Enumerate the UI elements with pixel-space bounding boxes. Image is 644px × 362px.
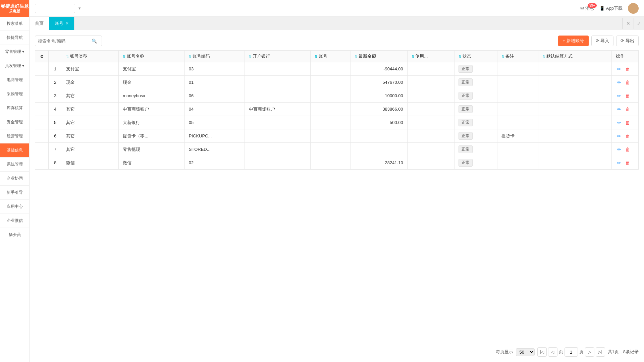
tab-home[interactable]: 首页 (30, 17, 49, 30)
sidebar-item-purchase-mgmt[interactable]: 采购管理 (0, 87, 29, 101)
app-download-button[interactable]: 📱 App下载 (599, 5, 623, 11)
sidebar-item-basic-info[interactable]: 基础信息 (0, 143, 29, 158)
sidebar-item-ecommerce-mgmt[interactable]: 电商管理 (0, 73, 29, 87)
add-account-button[interactable]: + 新增账号 (558, 36, 589, 46)
row-settings (35, 103, 49, 116)
tab-account[interactable]: 账号 ✕ (49, 17, 74, 30)
edit-button[interactable]: ✏ (616, 133, 623, 139)
row-latest-balance (351, 143, 407, 156)
row-status: 正常 (454, 143, 497, 156)
col-bank[interactable]: ⇅ 开户银行 (245, 51, 311, 62)
sidebar-item-member[interactable]: 畅会员 (0, 228, 29, 242)
col-status[interactable]: ⇅ 状态 (454, 51, 497, 62)
row-status: 正常 (454, 156, 497, 170)
row-usage (407, 129, 454, 143)
col-latest-balance[interactable]: ⇅ 最新余额 (351, 51, 407, 62)
delete-button[interactable]: 🗑 (624, 120, 631, 125)
sidebar-item-inventory[interactable]: 库存核算 (0, 101, 29, 115)
row-bank (245, 129, 311, 143)
toolbar-right: + 新增账号 ⟳ 导入 ⟳ 导出 (558, 36, 639, 46)
edit-button[interactable]: ✏ (616, 80, 623, 85)
sidebar-item-enterprise-wechat[interactable]: 企业微信 (0, 214, 29, 228)
sidebar-item-wholesale-mgmt[interactable]: 批发管理 ▾ (0, 59, 29, 73)
sidebar-item-quick-nav[interactable]: 快捷导航 (0, 31, 29, 45)
page-input[interactable] (565, 347, 578, 357)
messages-button[interactable]: ✉ 消息 99+ (580, 5, 594, 11)
row-account-type: 其它 (62, 143, 119, 156)
sidebar-item-app-center[interactable]: 应用中心 (0, 200, 29, 214)
col-account-name[interactable]: ⇅ 账号名称 (119, 51, 185, 62)
row-account-no (311, 143, 351, 156)
sidebar-item-search-menu[interactable]: 搜索菜单 (0, 17, 29, 31)
sidebar: 畅捷通好生意 乐惠版 搜索菜单快捷导航零售管理 ▾批发管理 ▾电商管理采购管理库… (0, 0, 30, 362)
col-account-no[interactable]: ⇅ 账号 (311, 51, 351, 62)
next-page-button[interactable]: ▷ (585, 347, 594, 357)
row-account-code: PICKUPC... (184, 129, 245, 143)
sidebar-item-new-guide[interactable]: 新手引导 (0, 186, 29, 200)
col-settings[interactable]: ⚙ (35, 51, 49, 62)
maximize-button[interactable]: ⤢ (633, 18, 644, 29)
edit-button[interactable]: ✏ (616, 93, 623, 99)
row-account-type: 支付宝 (62, 62, 119, 76)
row-usage (407, 62, 454, 76)
delete-button[interactable]: 🗑 (624, 133, 631, 139)
row-actions: ✏ 🗑 (612, 143, 639, 156)
col-default-settlement[interactable]: ⇅ 默认结算方式 (538, 51, 612, 62)
row-account-name: 支付宝 (119, 62, 185, 76)
edit-button[interactable]: ✏ (616, 107, 623, 112)
avatar[interactable] (628, 3, 639, 14)
export-button[interactable]: ⟳ 导出 (616, 36, 639, 46)
per-page-select[interactable]: 50 20 100 (516, 348, 535, 356)
sidebar-item-retail-mgmt[interactable]: 零售管理 ▾ (0, 45, 29, 59)
row-notes (497, 143, 538, 156)
edit-button[interactable]: ✏ (616, 120, 623, 125)
download-icon: 📱 (599, 6, 605, 11)
delete-button[interactable]: 🗑 (624, 93, 631, 99)
delete-button[interactable]: 🗑 (624, 160, 631, 166)
row-latest-balance: 500.00 (351, 116, 407, 129)
header-right: ✉ 消息 99+ 📱 App下载 (580, 3, 639, 14)
row-default-settlement (538, 76, 612, 89)
row-notes (497, 156, 538, 170)
col-account-code[interactable]: ⇅ 账号编码 (184, 51, 245, 62)
edit-button[interactable]: ✏ (616, 147, 623, 152)
sidebar-item-system-mgmt[interactable]: 系统管理 (0, 158, 29, 172)
edit-button[interactable]: ✏ (616, 66, 623, 72)
prev-page-button[interactable]: ◁ (548, 347, 557, 357)
page-label: 页 (559, 349, 563, 355)
col-account-type[interactable]: ⇅ 账号类型 (62, 51, 119, 62)
row-account-code: 03 (184, 62, 245, 76)
col-notes[interactable]: ⇅ 备注 (497, 51, 538, 62)
row-bank (245, 116, 311, 129)
app-download-label: App下载 (606, 5, 623, 11)
search-icon[interactable]: 🔍 (92, 39, 97, 44)
header-left: ▾ (35, 4, 81, 13)
row-bank (245, 76, 311, 89)
last-page-button[interactable]: ▷| (596, 347, 605, 357)
table-header-row: ⚙ ⇅ 账号类型 ⇅ 账号名称 ⇅ 账号编码 ⇅ 开户银行 ⇅ 账号 ⇅ 最新余… (35, 51, 639, 62)
table-row: 6 其它 提货卡（零... PICKUPC... 正常 提货卡 ✏ 🗑 (35, 129, 639, 143)
edit-button[interactable]: ✏ (616, 160, 623, 166)
delete-button[interactable]: 🗑 (624, 107, 631, 112)
tab-close-icon[interactable]: ✕ (65, 21, 69, 26)
col-usage[interactable]: ⇅ 使用... (407, 51, 454, 62)
row-actions: ✏ 🗑 (612, 129, 639, 143)
dropdown-arrow[interactable]: ▾ (78, 6, 81, 11)
row-notes (497, 103, 538, 116)
delete-button[interactable]: 🗑 (624, 147, 631, 152)
sidebar-item-operations-mgmt[interactable]: 经营管理 (0, 129, 29, 143)
sidebar-item-enterprise-agreement[interactable]: 企业协同 (0, 172, 29, 186)
close-tab-button[interactable]: ✕ (623, 18, 633, 29)
import-button[interactable]: ⟳ 导入 (591, 36, 614, 46)
sidebar-item-capital-mgmt[interactable]: 资金管理 (0, 115, 29, 129)
first-page-button[interactable]: |◁ (537, 347, 547, 357)
row-settings (35, 89, 49, 103)
row-account-name: 大新银行 (119, 116, 185, 129)
top-search-input[interactable] (35, 4, 75, 13)
row-num: 2 (49, 76, 62, 89)
search-input[interactable] (38, 39, 92, 44)
row-account-code: 06 (184, 89, 245, 103)
row-account-code: 05 (184, 116, 245, 129)
delete-button[interactable]: 🗑 (624, 66, 631, 72)
delete-button[interactable]: 🗑 (624, 80, 631, 85)
